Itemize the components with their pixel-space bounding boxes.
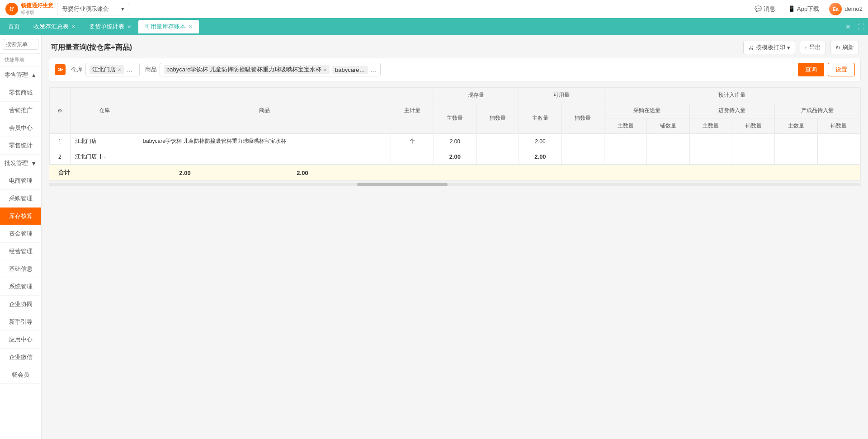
cell-product-1: babycare学饮杯 儿童防摔防撞吸管杯重力球吸嘴杯宝宝水杯 (138, 134, 391, 149)
query-btn[interactable]: 查询 (798, 63, 824, 76)
sidebar-item-ecommerce[interactable]: 电商管理 (0, 172, 41, 190)
search-input[interactable] (3, 39, 38, 50)
tab-order-stats-close[interactable]: ✕ (127, 24, 131, 30)
product-tag-1-remove[interactable]: ✕ (323, 67, 327, 72)
sidebar-item-inventory-check-label: 库存核算 (9, 212, 33, 220)
print-label: 按模板打印 (756, 43, 785, 52)
tab-receivables[interactable]: 收发存汇总表 ✕ (27, 20, 82, 33)
th-purchase-main: 主数量 (604, 118, 646, 134)
page-actions: 🖨 按模板打印 ▾ ↑ 导出 ↻ 刷新 (743, 41, 859, 54)
settings-btn[interactable]: 设置 (828, 63, 855, 76)
cell-stock-main-1: 2.00 (434, 134, 476, 149)
sidebar-item-members[interactable]: 畅会员 (0, 366, 41, 384)
tab-order-stats-label: 要货单统计表 (89, 23, 124, 31)
tab-maximize-icon[interactable]: ⛶ (856, 21, 866, 32)
tab-inventory[interactable]: 可用量库存账本 ✕ (138, 20, 199, 33)
th-production-group: 产成品待入量 (775, 103, 860, 118)
sidebar-item-inventory-check[interactable]: 库存核算 (0, 208, 41, 225)
horizontal-scrollbar[interactable] (49, 183, 861, 186)
warehouse-filter-label: 仓库 (71, 66, 83, 74)
sidebar-item-member-center[interactable]: 会员中心 (0, 119, 41, 137)
sidebar-item-retail-mgmt-label: 零售管理 (5, 71, 28, 79)
sidebar-item-finance-label: 资金管理 (9, 230, 33, 238)
th-warehouse: 仓库 (70, 88, 138, 134)
sidebar-item-marketing[interactable]: 营销推广 (0, 102, 41, 119)
sidebar-item-enterprise-wechat[interactable]: 企业微信 (0, 349, 41, 366)
scrollbar-thumb[interactable] (357, 183, 448, 186)
tab-order-stats[interactable]: 要货单统计表 ✕ (83, 20, 137, 33)
user-area[interactable]: Ea demo2 (829, 3, 863, 15)
page-title: 可用量查询(按仓库+商品) (51, 43, 132, 52)
cell-unit-2 (391, 149, 434, 165)
cell-arrival-aux-2 (732, 149, 774, 165)
table-container: ⚙ 仓库 商品 主计量 现存量 可用量 预计入库量 主数量 辅数量 主数量 辅数… (49, 87, 861, 165)
cell-available-aux-2 (561, 149, 604, 165)
sidebar-item-purchase[interactable]: 采购管理 (0, 190, 41, 208)
sidebar-item-members-label: 畅会员 (12, 371, 29, 379)
sidebar-item-retail-stats[interactable]: 零售统计 (0, 137, 41, 155)
warehouse-filter: 仓库 江北门店 ✕ … (71, 63, 140, 76)
cell-production-aux-2 (817, 149, 860, 165)
logo-main-text: 畅捷通好生意 (21, 2, 53, 9)
th-settings[interactable]: ⚙ (50, 88, 71, 134)
sidebar-item-basic-info-label: 基础信息 (9, 265, 33, 273)
sidebar-item-basic-info[interactable]: 基础信息 (0, 260, 41, 278)
cell-production-main-1 (775, 134, 817, 149)
logo-text: 畅捷通好生意 标准版 (21, 2, 53, 15)
phone-icon: 📱 (788, 5, 795, 12)
print-btn[interactable]: 🖨 按模板打印 ▾ (743, 41, 795, 54)
message-btn[interactable]: 💬 消息 (752, 3, 778, 15)
sidebar-item-app-center[interactable]: 应用中心 (0, 331, 41, 349)
app-download-btn[interactable]: 📱 App下载 (785, 3, 822, 15)
cell-available-main-2: 2.00 (519, 149, 561, 165)
sidebar-item-finance[interactable]: 资金管理 (0, 225, 41, 243)
cell-product-2 (138, 149, 391, 165)
sidebar-item-enterprise[interactable]: 企业协同 (0, 296, 41, 313)
th-stock-main: 主数量 (434, 103, 476, 134)
product-ellipsis[interactable]: … (371, 66, 377, 73)
cell-unit-1: 个 (391, 134, 434, 149)
tab-inventory-label: 可用量库存账本 (145, 23, 186, 31)
sidebar-item-retail-mall[interactable]: 零售商城 (0, 84, 41, 102)
logo-icon: 好 (5, 3, 18, 15)
product-filter: 商品 babycare学饮杯 儿童防摔防撞吸管杯重力球吸嘴杯宝宝水杯 ✕ bab… (145, 63, 381, 76)
th-stock-aux: 辅数量 (476, 103, 519, 134)
warehouse-tag-remove[interactable]: ✕ (118, 67, 121, 72)
nav-tabs: 首页 收发存汇总表 ✕ 要货单统计表 ✕ 可用量库存账本 ✕ ✕ ⛶ (0, 18, 868, 35)
warehouse-value-box[interactable]: 江北门店 ✕ … (85, 63, 140, 76)
cell-production-aux-1 (817, 134, 860, 149)
warehouse-tag: 江北门店 ✕ (90, 65, 124, 74)
cell-purchase-aux-1 (647, 134, 689, 149)
cell-arrival-aux-1 (732, 134, 774, 149)
th-production-aux: 辅数量 (817, 118, 860, 134)
user-name: demo2 (844, 5, 863, 12)
tab-home[interactable]: 首页 (2, 20, 26, 33)
product-tag-2-value: babycare… (335, 66, 365, 73)
export-btn[interactable]: ↑ 导出 (800, 41, 826, 54)
industry-selector[interactable]: 母婴行业演示账套 ▾ (57, 3, 129, 15)
sidebar-item-system[interactable]: 系统管理 (0, 278, 41, 296)
sidebar-item-retail-mall-label: 零售商城 (9, 89, 33, 97)
filter-actions: 查询 设置 (798, 63, 855, 76)
sidebar-item-wholesale[interactable]: 批发管理 ▼ (0, 155, 41, 172)
warehouse-ellipsis[interactable]: … (127, 66, 132, 73)
sidebar-item-ecommerce-label: 电商管理 (9, 177, 33, 185)
refresh-btn[interactable]: ↻ 刷新 (830, 41, 859, 54)
tab-inventory-close[interactable]: ✕ (189, 24, 193, 30)
refresh-icon: ↻ (835, 44, 840, 51)
tab-close-all-icon[interactable]: ✕ (844, 21, 853, 32)
sidebar-item-newbie[interactable]: 新手引导 (0, 313, 41, 331)
cell-stock-main-2: 2.00 (434, 149, 476, 165)
th-available-aux: 辅数量 (561, 103, 604, 134)
product-value-box[interactable]: babycare学饮杯 儿童防摔防撞吸管杯重力球吸嘴杯宝宝水杯 ✕ babyca… (160, 63, 381, 76)
th-available-group: 可用量 (519, 88, 604, 103)
footer-available-main: 2.00 (284, 170, 321, 176)
filter-toggle-btn[interactable]: ≫ (55, 64, 66, 75)
sidebar-item-operations[interactable]: 经营管理 (0, 243, 41, 260)
th-purchase-aux: 辅数量 (647, 118, 689, 134)
sidebar-item-retail-mgmt[interactable]: 零售管理 ▲ (0, 66, 41, 84)
th-arrival-group: 进货待入量 (689, 103, 775, 118)
tab-receivables-close[interactable]: ✕ (71, 24, 75, 30)
top-bar-right: 💬 消息 📱 App下载 Ea demo2 (752, 3, 863, 15)
th-arrival-aux: 辅数量 (732, 118, 774, 134)
